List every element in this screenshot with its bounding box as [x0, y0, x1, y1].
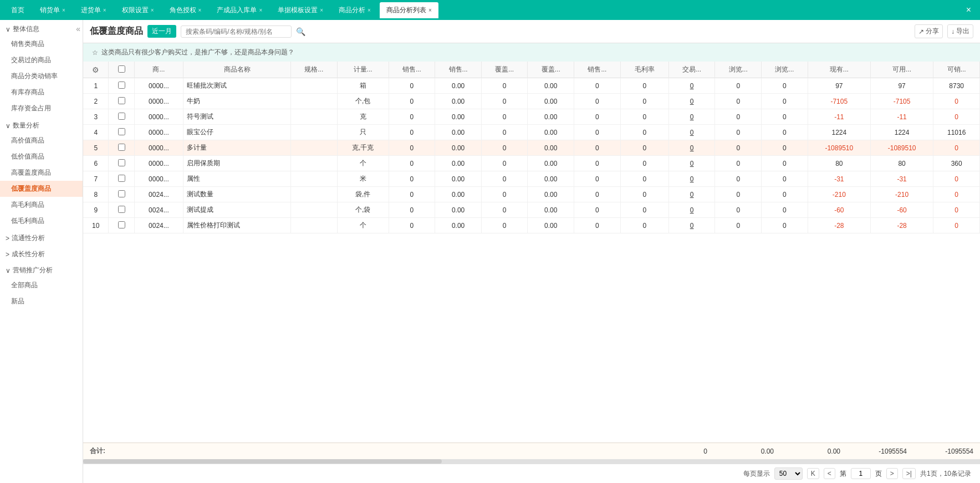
data-table-container[interactable]: ⚙ 商... 商品名称 规格... 计量... 销售... 销售... 覆盖..… — [83, 62, 980, 443]
sidebar-item-low-value[interactable]: 低价值商品 — [0, 149, 83, 165]
search-icon[interactable]: 🔍 — [296, 27, 305, 36]
row-select-checkbox[interactable] — [118, 206, 125, 213]
sidebar-section-overall[interactable]: ∨ 整体信息 — [0, 20, 83, 36]
sidebar-item-high-coverage[interactable]: 高覆盖度商品 — [0, 165, 83, 181]
horizontal-scrollbar[interactable] — [83, 459, 980, 464]
row-number: 8 — [83, 187, 109, 202]
nav-role-auth[interactable]: 角色授权 × — [163, 2, 208, 18]
row-code: 0000... — [134, 156, 183, 171]
row-browse2: 0 — [762, 94, 808, 109]
search-input[interactable] — [181, 26, 292, 38]
row-browse2: 0 — [762, 156, 808, 171]
nav-template-settings-close[interactable]: × — [320, 7, 323, 13]
row-select-checkbox[interactable] — [118, 159, 125, 166]
col-margin-header: 毛利率 — [620, 62, 668, 78]
col-gear[interactable]: ⚙ — [83, 62, 109, 78]
prev-page-button[interactable]: < — [824, 468, 835, 479]
nav-home[interactable]: 首页 — [4, 2, 31, 18]
sidebar-item-low-margin[interactable]: 低毛利商品 — [0, 213, 83, 229]
nav-sales-order-close[interactable]: × — [62, 7, 65, 13]
sidebar-item-new-products[interactable]: 新品 — [0, 293, 83, 309]
sidebar-item-all-goods[interactable]: 全部商品 — [0, 277, 83, 293]
settings-icon[interactable]: ⚙ — [92, 65, 99, 74]
sidebar-section-growth[interactable]: > 成长性分析 — [0, 245, 83, 261]
row-sales-amount: 0.00 — [435, 109, 482, 125]
nav-product-analysis-list[interactable]: 商品分析列表 × — [380, 2, 438, 18]
row-browse1: 0 — [715, 218, 762, 233]
row-sales-count: 0 — [389, 171, 435, 187]
row-browse1: 0 — [715, 171, 762, 187]
row-sales-count: 0 — [389, 218, 435, 233]
nav-product-analysis[interactable]: 商品分析 × — [332, 2, 377, 18]
page-size-select[interactable]: 50 100 200 — [774, 467, 803, 480]
row-select-checkbox[interactable] — [118, 190, 125, 197]
row-sales-count: 0 — [389, 125, 435, 140]
col-browse2-header: 浏览... — [762, 62, 808, 78]
row-code: 0000... — [134, 78, 183, 94]
row-sales-amount: 0.00 — [435, 78, 482, 94]
time-filter-button[interactable]: 近一月 — [147, 25, 176, 38]
row-select-checkbox[interactable] — [118, 175, 125, 182]
row-cover2: 0.00 — [528, 78, 574, 94]
row-select-checkbox[interactable] — [118, 97, 125, 104]
nav-permission-settings[interactable]: 权限设置 × — [115, 2, 161, 18]
last-page-button[interactable]: >| — [902, 468, 916, 479]
row-cover1: 0 — [481, 218, 528, 233]
select-all-checkbox[interactable] — [118, 65, 125, 73]
row-name: 旺辅批次测试 — [183, 78, 291, 94]
share-button[interactable]: ↗ 分享 — [915, 24, 943, 38]
row-code: 0024... — [134, 202, 183, 218]
row-spec — [290, 202, 337, 218]
page-title: 低覆盖度商品 — [90, 26, 143, 37]
col-sales-count-header: 销售... — [389, 62, 435, 78]
nav-template-settings[interactable]: 单据模板设置 × — [271, 2, 330, 18]
sidebar-item-high-value[interactable]: 高价值商品 — [0, 133, 83, 149]
sidebar-item-sales-goods[interactable]: 销售类商品 — [0, 36, 83, 52]
sidebar-item-in-stock[interactable]: 有库存商品 — [0, 84, 83, 100]
sidebar-section-marketing[interactable]: ∨ 营销推广分析 — [0, 261, 83, 277]
sidebar-item-low-coverage[interactable]: 低覆盖度商品 — [0, 181, 83, 197]
nav-purchase-order[interactable]: 进货单 × — [74, 2, 113, 18]
page-number-input[interactable] — [851, 468, 871, 479]
row-available: -7105 — [870, 94, 933, 109]
sidebar-collapse-button[interactable]: « — [76, 24, 80, 33]
row-cover1: 0 — [481, 94, 528, 109]
sidebar-item-high-margin[interactable]: 高毛利商品 — [0, 197, 83, 213]
row-cover2: 0.00 — [528, 171, 574, 187]
window-close-button[interactable]: × — [962, 3, 976, 17]
nav-product-inbound[interactable]: 产成品入库单 × — [210, 2, 269, 18]
row-cover2: 0.00 — [528, 109, 574, 125]
nav-role-auth-close[interactable]: × — [198, 7, 202, 13]
row-select-checkbox[interactable] — [118, 221, 125, 228]
table-row: 20000...牛奶个,包00.0000.0000000-7105-71050 — [83, 94, 980, 109]
row-select-checkbox[interactable] — [118, 128, 125, 135]
row-select-checkbox[interactable] — [118, 144, 125, 151]
row-browse1: 0 — [715, 187, 762, 202]
nav-purchase-order-close[interactable]: × — [103, 7, 106, 13]
nav-product-analysis-close[interactable]: × — [368, 7, 371, 13]
next-page-button[interactable]: > — [886, 468, 898, 479]
sidebar-item-category-rate[interactable]: 商品分类动销率 — [0, 68, 83, 84]
row-name: 属性价格打印测试 — [183, 218, 291, 233]
sidebar-item-capital-ratio[interactable]: 库存资金占用 — [0, 100, 83, 116]
nav-product-analysis-list-close[interactable]: × — [428, 7, 432, 13]
sidebar-item-traded-goods[interactable]: 交易过的商品 — [0, 52, 83, 68]
row-select-checkbox[interactable] — [118, 113, 125, 120]
row-spec — [290, 94, 337, 109]
row-margin: 0 — [620, 94, 668, 109]
col-trade-header: 交易... — [668, 62, 715, 78]
sidebar-section-quantity[interactable]: ∨ 数量分析 — [0, 116, 83, 133]
sidebar-section-flow[interactable]: > 流通性分析 — [0, 229, 83, 245]
row-checkbox — [109, 94, 134, 109]
col-checkbox[interactable] — [109, 62, 134, 78]
row-sales-amount: 0.00 — [435, 94, 482, 109]
nav-product-inbound-close[interactable]: × — [259, 7, 262, 13]
nav-permission-settings-close[interactable]: × — [151, 7, 154, 13]
export-button[interactable]: ↓ 导出 — [947, 24, 973, 38]
info-banner: ☆ 这类商品只有很少客户购买过，是推广不够，还是商品本身问题？ — [83, 43, 980, 62]
row-checkbox — [109, 125, 134, 140]
first-page-button[interactable]: K — [807, 468, 819, 479]
row-select-checkbox[interactable] — [118, 82, 125, 89]
row-code: 0024... — [134, 187, 183, 202]
nav-sales-order[interactable]: 销货单 × — [33, 2, 72, 18]
